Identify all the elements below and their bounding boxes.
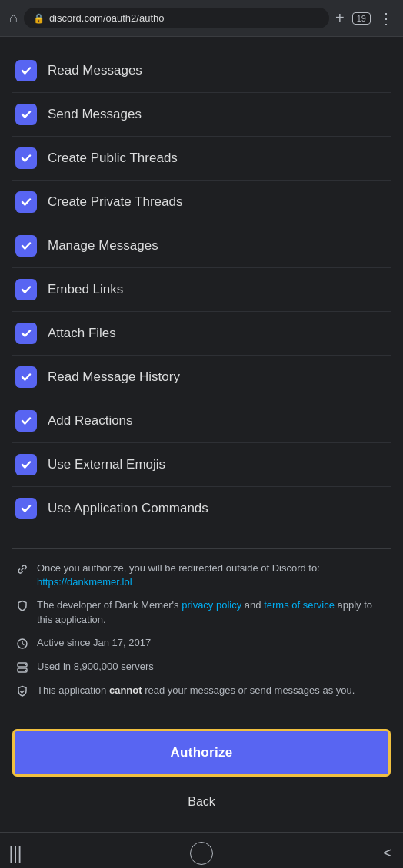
checkbox-create-private-threads[interactable]	[15, 191, 37, 213]
clock-icon	[15, 637, 29, 651]
permission-label-read-messages: Read Messages	[48, 63, 142, 78]
divider	[12, 548, 391, 549]
permission-label-create-private-threads: Create Private Threads	[48, 194, 182, 210]
url-text: discord.com/oauth2/autho	[49, 12, 165, 24]
redirect-info: Once you authorize, you will be redirect…	[15, 562, 388, 589]
permission-item-attach-files[interactable]: Attach Files	[12, 312, 391, 356]
permission-item-manage-messages[interactable]: Manage Messages	[12, 224, 391, 268]
checkbox-use-external-emojis[interactable]	[15, 454, 37, 475]
terms-link[interactable]: terms of service	[264, 599, 335, 611]
shield-check-icon	[15, 684, 29, 698]
permission-item-read-messages[interactable]: Read Messages	[12, 49, 391, 93]
policy-info: The developer of Dank Memer's privacy po…	[15, 598, 388, 626]
browser-actions: + 19 ⋮	[335, 9, 394, 28]
checkbox-embed-links[interactable]	[15, 279, 37, 300]
permission-label-use-application-commands: Use Application Commands	[48, 501, 208, 516]
checkbox-manage-messages[interactable]	[15, 235, 37, 257]
permission-label-read-message-history: Read Message History	[48, 369, 180, 385]
checkbox-read-messages[interactable]	[15, 60, 37, 81]
nav-menu-icon[interactable]: |||	[0, 843, 31, 863]
cannot-text: This application cannot read your messag…	[37, 684, 355, 697]
checkbox-attach-files[interactable]	[15, 323, 37, 344]
checkbox-create-public-threads[interactable]	[15, 147, 37, 169]
lock-icon: 🔒	[33, 13, 45, 24]
cannot-read-info: This application cannot read your messag…	[15, 684, 388, 698]
tab-count[interactable]: 19	[352, 12, 371, 25]
privacy-policy-link[interactable]: privacy policy	[182, 599, 241, 611]
permission-item-send-messages[interactable]: Send Messages	[12, 93, 391, 137]
redirect-text: Once you authorize, you will be redirect…	[37, 562, 320, 589]
used-in-text: Used in 8,900,000 servers	[37, 660, 154, 674]
permission-item-add-reactions[interactable]: Add Reactions	[12, 399, 391, 443]
server-icon	[15, 661, 29, 674]
svg-point-4	[25, 669, 27, 671]
permission-label-manage-messages: Manage Messages	[48, 238, 158, 253]
svg-point-3	[25, 664, 27, 665]
permission-item-create-public-threads[interactable]: Create Public Threads	[12, 137, 391, 181]
add-tab-icon[interactable]: +	[335, 9, 345, 27]
used-in-info: Used in 8,900,000 servers	[15, 660, 388, 674]
main-content: Read Messages Send Messages Create Publi…	[0, 37, 403, 717]
permission-label-create-public-threads: Create Public Threads	[48, 151, 178, 166]
browser-chrome: ⌂ 🔒 discord.com/oauth2/autho + 19 ⋮	[0, 0, 403, 37]
active-since-text: Active since Jan 17, 2017	[37, 636, 151, 650]
permission-label-attach-files: Attach Files	[48, 326, 116, 341]
policy-text: The developer of Dank Memer's privacy po…	[37, 598, 388, 626]
checkbox-read-message-history[interactable]	[15, 366, 37, 388]
shield-icon	[15, 599, 29, 613]
checkbox-add-reactions[interactable]	[15, 410, 37, 432]
back-button[interactable]: Back	[12, 784, 391, 820]
permission-label-embed-links: Embed Links	[48, 282, 123, 297]
permission-label-send-messages: Send Messages	[48, 107, 142, 122]
permission-label-add-reactions: Add Reactions	[48, 413, 133, 429]
nav-back-icon[interactable]: <	[372, 844, 403, 862]
permission-item-create-private-threads[interactable]: Create Private Threads	[12, 181, 391, 224]
authorize-button[interactable]: Authorize	[12, 729, 391, 777]
bottom-nav: ||| <	[0, 832, 403, 868]
info-section: Once you authorize, you will be redirect…	[12, 562, 391, 698]
link-icon	[15, 562, 29, 576]
permission-item-read-message-history[interactable]: Read Message History	[12, 356, 391, 399]
permission-list: Read Messages Send Messages Create Publi…	[12, 49, 391, 530]
active-since-info: Active since Jan 17, 2017	[15, 636, 388, 651]
permission-label-use-external-emojis: Use External Emojis	[48, 457, 165, 472]
cannot-bold: cannot	[109, 684, 142, 696]
redirect-url[interactable]: https://dankmemer.lol	[37, 576, 132, 588]
menu-icon[interactable]: ⋮	[378, 9, 394, 28]
checkbox-use-application-commands[interactable]	[15, 498, 37, 519]
nav-home-icon[interactable]	[190, 842, 213, 865]
permission-item-embed-links[interactable]: Embed Links	[12, 268, 391, 312]
action-area: Authorize Back	[0, 717, 403, 832]
checkbox-send-messages[interactable]	[15, 104, 37, 125]
permission-item-use-application-commands[interactable]: Use Application Commands	[12, 487, 391, 530]
home-icon[interactable]: ⌂	[9, 10, 18, 26]
permission-item-use-external-emojis[interactable]: Use External Emojis	[12, 443, 391, 487]
url-bar[interactable]: 🔒 discord.com/oauth2/autho	[24, 8, 329, 28]
